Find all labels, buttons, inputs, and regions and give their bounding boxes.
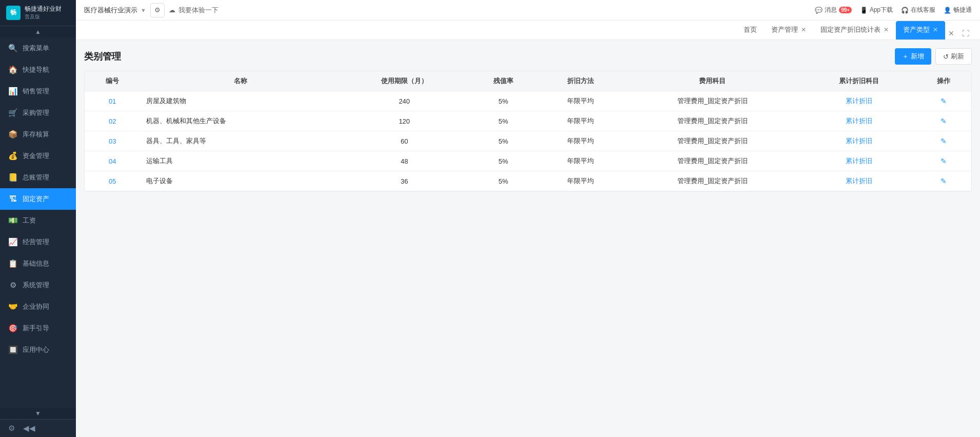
- maximize-button[interactable]: ⛶: [959, 27, 972, 39]
- cell-edit[interactable]: ✎: [915, 91, 971, 111]
- tab-asset-type[interactable]: 资产类型✕: [896, 21, 945, 39]
- cell-id[interactable]: 04: [85, 151, 140, 171]
- table-header-cell: 费用科目: [623, 71, 803, 91]
- table-header-cell: 折旧方法: [538, 71, 623, 91]
- collapse-footer-icon[interactable]: ◀◀: [23, 424, 35, 433]
- nav-icon-system: ⚙: [8, 281, 17, 290]
- demo-chevron-icon: ▼: [141, 7, 146, 13]
- phone-icon: 📱: [860, 7, 868, 14]
- refresh-button[interactable]: ↺ 刷新: [935, 48, 972, 65]
- tab-asset-manage[interactable]: 资产管理✕: [764, 21, 813, 39]
- cell-id[interactable]: 01: [85, 91, 140, 111]
- table-row: 05电子设备365%年限平均管理费用_固定资产折旧累计折旧✎: [85, 171, 971, 191]
- cell-name: 机器、机械和其他生产设备: [140, 111, 340, 131]
- gear-icon: ⚙: [154, 6, 161, 14]
- demo-selector[interactable]: 医疗器械行业演示 ▼: [84, 6, 146, 15]
- cell-accum[interactable]: 累计折旧: [802, 131, 915, 151]
- tab-close-asset-manage[interactable]: ✕: [801, 26, 806, 33]
- nav-label-system: 系统管理: [23, 281, 49, 290]
- nav-icon-basic-info: 📋: [8, 259, 17, 268]
- cell-expense: 管理费用_固定资产折旧: [623, 111, 803, 131]
- messages-button[interactable]: 💬 消息 99+: [815, 6, 851, 14]
- cell-expense: 管理费用_固定资产折旧: [623, 91, 803, 111]
- cell-edit[interactable]: ✎: [915, 111, 971, 131]
- scroll-up-button[interactable]: ▲: [0, 26, 76, 37]
- user-button[interactable]: 👤 畅捷通: [944, 6, 972, 14]
- sidebar-item-basic-info[interactable]: 📋 基础信息: [0, 253, 76, 274]
- online-service-label: 在线客服: [911, 6, 935, 14]
- app-download-label: App下载: [870, 6, 893, 14]
- topbar-right: 💬 消息 99+ 📱 App下载 🎧 在线客服 👤 畅捷通: [815, 6, 972, 14]
- tab-home[interactable]: 首页: [736, 21, 764, 39]
- sidebar-item-quicknav[interactable]: 🏠 快捷导航: [0, 59, 76, 81]
- cell-months: 120: [341, 111, 468, 131]
- tab-close-asset-type[interactable]: ✕: [933, 26, 938, 33]
- tab-close-depreciation-table[interactable]: ✕: [884, 26, 889, 33]
- sidebar-item-operations[interactable]: 📈 经营管理: [0, 231, 76, 253]
- cell-name: 器具、工具、家具等: [140, 131, 340, 151]
- nav-label-purchase: 采购管理: [23, 108, 49, 117]
- table-header-cell: 累计折旧科目: [802, 71, 915, 91]
- nav-label-inventory: 库存核算: [23, 130, 49, 139]
- sidebar-footer: ⚙ ◀◀: [0, 419, 76, 437]
- nav-icon-app-center: 🔲: [8, 345, 17, 354]
- cell-accum[interactable]: 累计折旧: [802, 111, 915, 131]
- sidebar-item-enterprise[interactable]: 🤝 企业协同: [0, 296, 76, 317]
- app-title-block: 畅捷通好业财 普及版: [25, 5, 62, 21]
- tab-label-depreciation-table: 固定资产折旧统计表: [821, 25, 881, 34]
- cell-edit[interactable]: ✎: [915, 131, 971, 151]
- cell-accum[interactable]: 累计折旧: [802, 91, 915, 111]
- app-download-button[interactable]: 📱 App下载: [860, 6, 893, 14]
- cell-method: 年限平均: [538, 111, 623, 131]
- nav-label-basic-info: 基础信息: [23, 259, 49, 268]
- close-button[interactable]: ✕: [945, 27, 957, 39]
- trial-button[interactable]: ☁ 我要体验一下: [169, 6, 218, 15]
- sidebar-item-ledger[interactable]: 📒 总账管理: [0, 167, 76, 188]
- sidebar-item-app-center[interactable]: 🔲 应用中心: [0, 339, 76, 361]
- table-row: 04运输工具485%年限平均管理费用_固定资产折旧累计折旧✎: [85, 151, 971, 171]
- nav-icon-salary: 💵: [8, 216, 17, 225]
- cell-id[interactable]: 03: [85, 131, 140, 151]
- table-header-cell: 残值率: [468, 71, 538, 91]
- message-icon: 💬: [815, 7, 823, 14]
- nav-icon-operations: 📈: [8, 237, 17, 247]
- sidebar-item-inventory[interactable]: 📦 库存核算: [0, 124, 76, 145]
- nav-icon-purchase: 🛒: [8, 108, 17, 117]
- sidebar-item-search[interactable]: 🔍 搜索菜单: [0, 37, 76, 59]
- sidebar-item-salary[interactable]: 💵 工资: [0, 210, 76, 231]
- cell-method: 年限平均: [538, 91, 623, 111]
- cell-id[interactable]: 02: [85, 111, 140, 131]
- nav-icon-enterprise: 🤝: [8, 302, 17, 311]
- data-table: 编号名称使用期限（月）残值率折旧方法费用科目累计折旧科目操作 01房屋及建筑物2…: [85, 71, 971, 191]
- sidebar-item-guide[interactable]: 🎯 新手引导: [0, 317, 76, 339]
- sidebar-item-system[interactable]: ⚙ 系统管理: [0, 274, 76, 296]
- nav-icon-sales: 📊: [8, 87, 17, 96]
- cell-accum[interactable]: 累计折旧: [802, 151, 915, 171]
- scroll-down-button[interactable]: ▼: [0, 408, 76, 419]
- sidebar-item-purchase[interactable]: 🛒 采购管理: [0, 102, 76, 124]
- page-title: 类别管理: [84, 50, 121, 63]
- settings-gear-button[interactable]: ⚙: [150, 3, 165, 17]
- nav-label-quicknav: 快捷导航: [23, 65, 49, 74]
- content-area: 类别管理 ＋ 新增 ↺ 刷新 编号名称使用期限（月）残值率折旧方法费用科目累计折…: [76, 40, 980, 437]
- cell-residual: 5%: [468, 171, 538, 191]
- cell-residual: 5%: [468, 111, 538, 131]
- tab-label-asset-type: 资产类型: [903, 25, 930, 34]
- sidebar-item-sales[interactable]: 📊 销售管理: [0, 81, 76, 102]
- cell-edit[interactable]: ✎: [915, 171, 971, 191]
- cell-edit[interactable]: ✎: [915, 151, 971, 171]
- sidebar: 畅 畅捷通好业财 普及版 ▲ 🔍 搜索菜单 🏠 快捷导航 📊 销售管理 🛒 采购…: [0, 0, 76, 437]
- sidebar-item-capital[interactable]: 💰 资金管理: [0, 145, 76, 167]
- cell-accum[interactable]: 累计折旧: [802, 171, 915, 191]
- sidebar-item-fixed-assets[interactable]: 🏗 固定资产: [0, 188, 76, 210]
- cell-id[interactable]: 05: [85, 171, 140, 191]
- app-logo: 畅: [6, 6, 21, 20]
- cell-residual: 5%: [468, 91, 538, 111]
- page-header: 类别管理 ＋ 新增 ↺ 刷新: [84, 48, 972, 65]
- add-icon: ＋: [902, 52, 909, 61]
- online-service-button[interactable]: 🎧 在线客服: [901, 6, 935, 14]
- tab-label-asset-manage: 资产管理: [771, 25, 798, 34]
- settings-footer-icon[interactable]: ⚙: [8, 424, 15, 433]
- tab-depreciation-table[interactable]: 固定资产折旧统计表✕: [813, 21, 896, 39]
- add-button[interactable]: ＋ 新增: [895, 48, 931, 65]
